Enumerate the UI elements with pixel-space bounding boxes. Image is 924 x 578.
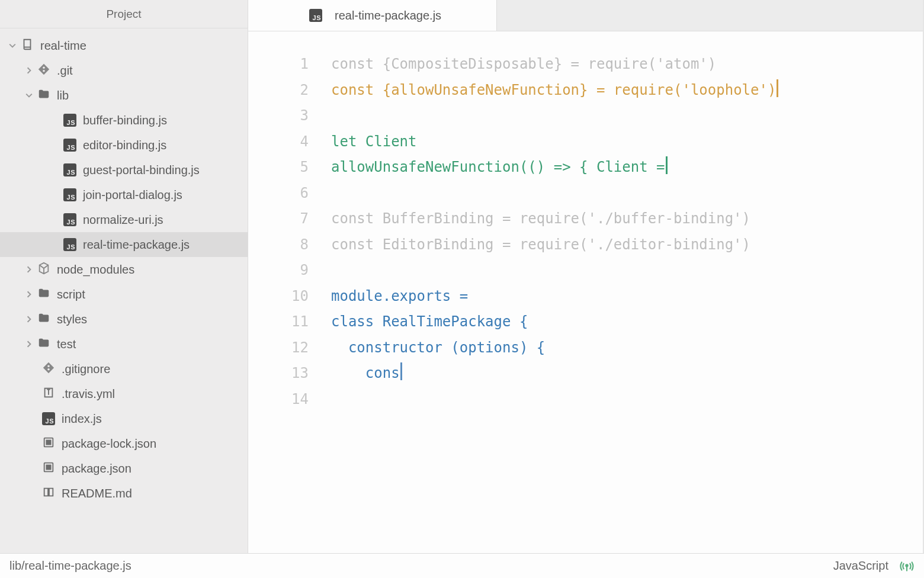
tree-item--git[interactable]: .git: [0, 58, 248, 83]
code-line[interactable]: module.exports =: [331, 284, 923, 310]
git-icon: [37, 63, 51, 78]
code-token: {: [519, 313, 528, 330]
code-line[interactable]: cons: [331, 361, 923, 387]
code-token: const: [331, 56, 383, 72]
js-icon: JS: [63, 113, 77, 127]
tree-item-label: styles: [57, 313, 87, 326]
code-token: constructor: [331, 339, 451, 356]
cursor: [400, 362, 402, 380]
folder-icon: [37, 337, 51, 351]
js-icon: JS: [63, 138, 77, 152]
tree-item-label: package-lock.json: [62, 437, 156, 451]
code-token: {CompositeDisposable} = require(: [383, 56, 656, 72]
chevron-down-icon[interactable]: [8, 42, 17, 49]
tree-item-styles[interactable]: styles: [0, 307, 248, 332]
code-line[interactable]: const {allowUnsafeNewFunction} = require…: [331, 78, 923, 104]
tree-item-label: test: [57, 338, 76, 351]
line-number: 10: [248, 284, 309, 310]
status-language[interactable]: JavaScript: [833, 559, 888, 573]
code-line[interactable]: [331, 258, 923, 284]
code-token: {allowUnsafeNewFunction} = require(: [383, 82, 682, 98]
code-editor[interactable]: 1234567891011121314 const {CompositeDisp…: [248, 31, 923, 553]
tab-active[interactable]: JS real-time-package.js: [248, 0, 497, 31]
tree-item-test[interactable]: test: [0, 332, 248, 357]
tree-item-real-time[interactable]: real-time: [0, 33, 248, 58]
tree-item-readme-md[interactable]: README.md: [0, 481, 248, 506]
tree-item-real-time-package-js[interactable]: JSreal-time-package.js: [0, 232, 248, 257]
tree-item-lib[interactable]: lib: [0, 83, 248, 108]
code-line[interactable]: let Client: [331, 129, 923, 155]
md-icon: [41, 486, 56, 500]
code-line[interactable]: [331, 181, 923, 207]
code-token: =: [460, 288, 468, 304]
tree-item-index-js[interactable]: JSindex.js: [0, 406, 248, 431]
chevron-right-icon[interactable]: [25, 341, 33, 348]
status-bar: lib/real-time-package.js JavaScript: [0, 553, 924, 578]
code-token: Client: [365, 133, 417, 150]
tree-item-script[interactable]: script: [0, 282, 248, 307]
tree-item-label: real-time: [40, 39, 86, 53]
code-line[interactable]: [331, 103, 923, 129]
cursor: [666, 156, 668, 174]
chevron-right-icon[interactable]: [25, 67, 33, 74]
tree-item-label: .gitignore: [62, 362, 110, 376]
tree-item-label: .travis.yml: [62, 387, 115, 401]
folder-icon: [37, 312, 51, 326]
chevron-right-icon[interactable]: [25, 266, 33, 273]
line-number: 5: [248, 155, 309, 181]
line-number: 11: [248, 309, 309, 335]
tree-item-node-modules[interactable]: node_modules: [0, 257, 248, 282]
code-token: ): [742, 210, 750, 227]
tree-item-label: node_modules: [57, 263, 134, 277]
tree-item-guest-portal-binding-js[interactable]: JSguest-portal-binding.js: [0, 158, 248, 182]
tree-item-label: real-time-package.js: [83, 238, 190, 252]
tree-item--travis-yml[interactable]: .travis.yml: [0, 381, 248, 406]
code-token: exports: [391, 288, 460, 304]
tree-item-label: package.json: [62, 462, 131, 476]
code-lines[interactable]: const {CompositeDisposable} = require('a…: [331, 52, 923, 553]
code-token: './editor-binding': [588, 236, 742, 253]
code-token: './buffer-binding': [588, 210, 742, 227]
code-token: (options) {: [451, 339, 545, 356]
tree-item-label: script: [57, 288, 85, 301]
code-token: const: [331, 210, 383, 227]
chevron-right-icon[interactable]: [25, 291, 33, 298]
line-number: 4: [248, 129, 309, 155]
sidebar-title: Project: [0, 0, 248, 28]
code-line[interactable]: const {CompositeDisposable} = require('a…: [331, 52, 923, 78]
code-token: EditorBinding = require(: [383, 236, 588, 253]
line-number: 14: [248, 387, 309, 413]
code-token: .: [383, 288, 391, 304]
tree-item-editor-binding-js[interactable]: JSeditor-binding.js: [0, 133, 248, 158]
chevron-down-icon[interactable]: [25, 92, 33, 99]
tree-item-package-lock-json[interactable]: package-lock.json: [0, 431, 248, 456]
tab-bar: JS real-time-package.js: [248, 0, 923, 31]
code-line[interactable]: class RealTimePackage {: [331, 309, 923, 335]
tree-item--gitignore[interactable]: .gitignore: [0, 357, 248, 381]
code-line[interactable]: const BufferBinding = require('./buffer-…: [331, 206, 923, 232]
code-line[interactable]: constructor (options) {: [331, 335, 923, 361]
code-line[interactable]: const EditorBinding = require('./editor-…: [331, 232, 923, 258]
tree-item-join-portal-dialog-js[interactable]: JSjoin-portal-dialog.js: [0, 182, 248, 207]
json-icon: [41, 436, 56, 451]
broadcast-icon[interactable]: [899, 558, 915, 574]
tree-item-buffer-binding-js[interactable]: JSbuffer-binding.js: [0, 108, 248, 133]
code-token: cons: [331, 365, 400, 381]
tree-item-label: README.md: [62, 487, 132, 500]
code-token: 'atom': [656, 56, 708, 72]
line-number: 1: [248, 52, 309, 78]
file-tree: real-time.gitlibJSbuffer-binding.jsJSedi…: [0, 28, 248, 506]
tree-item-package-json[interactable]: package.json: [0, 456, 248, 481]
code-line[interactable]: allowUnsafeNewFunction(() => { Client =: [331, 155, 923, 181]
js-icon: JS: [63, 213, 77, 227]
tree-item-label: join-portal-dialog.js: [83, 188, 182, 202]
tree-item-normalize-uri-js[interactable]: JSnormalize-uri.js: [0, 207, 248, 232]
line-number: 3: [248, 103, 309, 129]
chevron-right-icon[interactable]: [25, 316, 33, 323]
js-icon: JS: [63, 188, 77, 202]
tree-item-label: editor-binding.js: [83, 139, 166, 152]
editor-pane: JS real-time-package.js 1234567891011121…: [248, 0, 924, 553]
line-number: 6: [248, 181, 309, 207]
code-token: RealTimePackage: [383, 313, 519, 330]
code-line[interactable]: [331, 387, 923, 413]
